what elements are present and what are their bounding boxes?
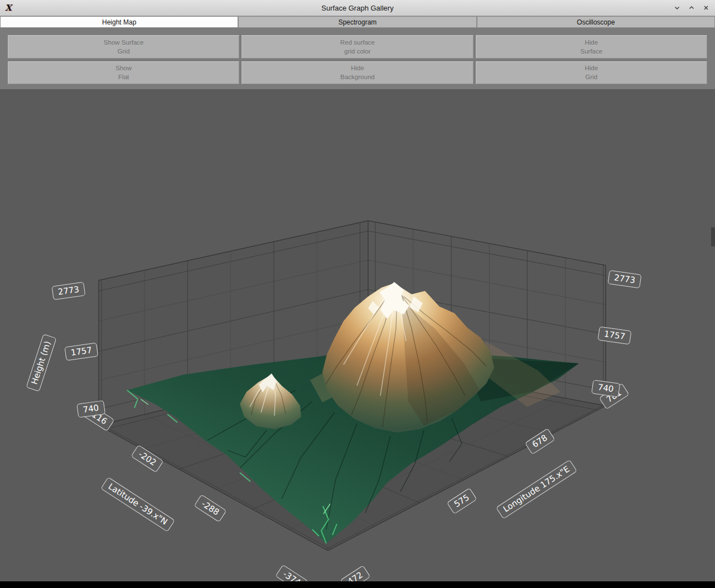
toolbar: Show Surface Grid Red surface grid color… xyxy=(0,28,715,89)
button-label: Surface xyxy=(581,47,603,56)
hide-background-button[interactable]: Hide Background xyxy=(241,61,473,85)
app-window: X Surface Graph Gallery Height Map Spect… xyxy=(0,0,715,588)
show-surface-grid-button[interactable]: Show Surface Grid xyxy=(8,35,239,59)
titlebar[interactable]: X Surface Graph Gallery xyxy=(0,0,715,16)
tab-oscilloscope[interactable]: Oscilloscope xyxy=(477,16,715,28)
window-title: Surface Graph Gallery xyxy=(0,4,715,12)
button-label: Hide xyxy=(585,64,598,72)
shade-window-button[interactable] xyxy=(672,3,682,13)
button-label: grid color xyxy=(344,47,370,56)
window-controls xyxy=(672,0,711,16)
surface-grid-color-button[interactable]: Red surface grid color xyxy=(241,35,473,59)
hide-surface-button[interactable]: Hide Surface xyxy=(476,35,707,59)
button-label: Show Surface xyxy=(104,38,144,47)
close-window-button[interactable] xyxy=(701,3,711,13)
close-icon xyxy=(703,4,709,11)
chevron-up-icon xyxy=(688,4,695,11)
button-label: Grid xyxy=(118,47,130,56)
button-label: Background xyxy=(340,72,374,81)
right-edge-notch xyxy=(711,227,715,246)
tab-height-map[interactable]: Height Map xyxy=(0,16,238,28)
surface-plot xyxy=(0,89,715,588)
button-label: Hide xyxy=(585,38,598,47)
tab-bar: Height Map Spectrogram Oscilloscope xyxy=(0,16,715,28)
maximize-window-button[interactable] xyxy=(687,3,696,13)
bottom-black-bar xyxy=(0,581,715,588)
surface-3d-viewport[interactable]: Height (m)27731757-11674027731757781740-… xyxy=(0,89,715,588)
show-flat-button[interactable]: Show Flat xyxy=(8,61,239,85)
button-label: Flat xyxy=(118,72,129,81)
hide-grid-button[interactable]: Hide Grid xyxy=(476,61,707,85)
chevron-down-icon xyxy=(674,4,680,11)
button-label: Grid xyxy=(585,72,597,81)
button-label: Red surface xyxy=(340,38,375,47)
button-label: Hide xyxy=(351,64,364,72)
button-label: Show xyxy=(115,64,132,72)
x11-app-icon: X xyxy=(5,3,12,13)
tab-spectrogram[interactable]: Spectrogram xyxy=(238,16,476,28)
